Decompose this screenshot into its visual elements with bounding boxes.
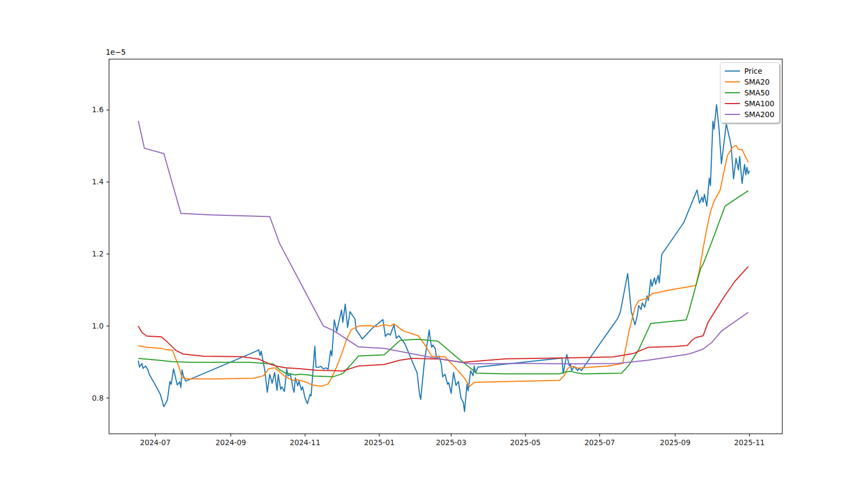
legend-entry-sma200: SMA200 (725, 109, 774, 120)
x-tick-label: 2025-05 (510, 438, 540, 447)
legend-entry-price: Price (725, 66, 774, 76)
price-line (138, 105, 750, 412)
legend-line-sample-sma50 (725, 92, 740, 93)
x-tick-label: 2025-11 (734, 438, 764, 447)
legend-entry-sma50: SMA50 (725, 87, 774, 98)
legend-label: SMA20 (744, 78, 770, 86)
x-tick-label: 2024-11 (290, 438, 320, 447)
x-tick-label: 2024-07 (140, 438, 170, 447)
y-tick-label: 1.0 (92, 322, 104, 330)
legend-line-sample-sma200 (725, 114, 740, 115)
legend-line-sample-price (725, 70, 740, 72)
y-tick-label: 0.8 (92, 394, 104, 402)
x-tick-label: 2025-09 (660, 438, 690, 447)
x-tick-label: 2025-01 (364, 438, 394, 447)
y-tick-label: 1.4 (92, 177, 104, 186)
legend-entry-sma100: SMA100 (725, 98, 774, 109)
legend-line-sample-sma100 (725, 103, 740, 104)
x-tick-label: 2024-09 (215, 438, 246, 447)
legend: PriceSMA20SMA50SMA100SMA200 (720, 62, 780, 123)
legend-line-sample-sma20 (725, 81, 740, 82)
y-axis-offset-label: 1e−5 (106, 48, 126, 56)
y-tick-label: 1.2 (92, 249, 104, 258)
legend-label: SMA50 (744, 88, 770, 97)
x-tick-label: 2025-07 (584, 438, 615, 447)
sma200-line (138, 121, 748, 364)
chart-figure: 2024-072024-092024-112025-012025-032025-… (0, 0, 868, 488)
x-tick-label: 2025-03 (436, 438, 466, 447)
legend-label: SMA100 (744, 99, 774, 108)
sma50-line (138, 191, 748, 377)
legend-label: SMA200 (744, 110, 774, 119)
legend-label: Price (744, 67, 762, 75)
legend-entry-sma20: SMA20 (725, 76, 774, 87)
y-tick-label: 1.6 (92, 105, 104, 114)
sma20-line (138, 145, 748, 387)
